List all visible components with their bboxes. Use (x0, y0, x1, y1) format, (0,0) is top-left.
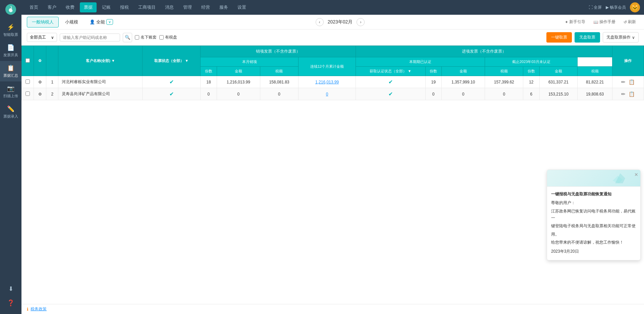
tab-small[interactable]: 小规模 (60, 17, 83, 27)
row-edit-btn-0[interactable]: ✏ (621, 79, 626, 85)
refresh-btn[interactable]: ↺ 刷新 (621, 18, 639, 26)
row-sales-12m-1: 0 (298, 88, 356, 100)
check-taxdisk[interactable] (159, 35, 164, 40)
nav-service[interactable]: 服务 (215, 2, 232, 12)
row-edit-btn-1[interactable]: ✏ (621, 91, 626, 97)
row-sales-amount-0: 1,216,013.99 (217, 76, 260, 88)
row-purchase-unrecog-amount-1: 153,215.10 (539, 88, 578, 100)
nav-management[interactable]: 管理 (179, 2, 196, 12)
nav-tax[interactable]: 报税 (116, 2, 133, 12)
nav-payment[interactable]: 收费 (62, 2, 78, 12)
employee-label: 全部员工 (30, 35, 46, 40)
sidebar-download[interactable]: ⬇ (0, 282, 21, 296)
row-detail-btn-0[interactable]: 📋 (629, 79, 635, 85)
sidebar: ⚡ 智能取票 📄 发票开具 📋 票据汇总 📷 扫描上传 ✏️ 票据录入 ⬇ ❓ (0, 0, 21, 314)
table-row: ⚙ 1 河北柯睿栎实业有限公司 ✔ 18 1,216,013.99 158,08… (22, 76, 644, 88)
row-settings-1: ⚙ (38, 92, 42, 97)
select-all-checkbox[interactable] (25, 58, 30, 63)
row-fetch-status-1: ✔ (143, 88, 201, 100)
notification-popup: ✕ 一键报税与无盘取票功能恢复通知 尊敬的用户： 江苏政务网已恢复访问电子税务局… (547, 170, 641, 260)
purchase-group-header: 进项发票（不含作废票） (356, 46, 612, 57)
sales-count-header: 份数 (201, 67, 217, 76)
nav-message[interactable]: 消息 (161, 2, 178, 12)
filter-right-actions: 一键取票 无盘取票 无盘取票操作 ∨ (546, 32, 639, 43)
row-sales-count-1: 0 (201, 88, 217, 100)
invoice-summary-icon: 📋 (7, 64, 14, 72)
customer-search-input[interactable] (60, 34, 120, 42)
nav-invoice[interactable]: 票据 (80, 2, 97, 12)
no-disk-ops-btn[interactable]: 无盘取票操作 ∨ (603, 32, 639, 43)
nav-operation[interactable]: 经营 (197, 2, 214, 12)
nav-settings[interactable]: 设置 (233, 2, 250, 12)
row-purchase-unrecog-tax-1: 19,808.63 (578, 88, 612, 100)
notification-header: ✕ (547, 170, 640, 187)
next-month-btn[interactable]: › (357, 18, 365, 26)
row-index-0: 1 (46, 76, 58, 88)
sidebar-help[interactable]: ❓ (0, 296, 21, 310)
row-sales-tax-0: 158,081.83 (260, 76, 299, 88)
sidebar-item-smart-fetch[interactable]: ⚡ 智能取票 (0, 20, 21, 41)
search-button[interactable]: 🔍 (123, 33, 132, 42)
row-checkbox-1[interactable] (25, 91, 30, 96)
avatar[interactable]: 🐱 (630, 2, 640, 12)
row-customer-1: 灵寿县尚泽矿产品有限公司 (58, 88, 143, 100)
row-purchase-recog-count-0: 19 (425, 76, 441, 88)
row-checkbox-0[interactable] (25, 79, 30, 84)
no-disk-fetch-btn[interactable]: 无盘取票 (575, 32, 600, 43)
fullscreen-btn[interactable]: ⛶ 全屏 (589, 5, 602, 10)
check-account[interactable] (135, 35, 139, 40)
nav-right: ⛶ 全屏 ▶ 畅享会员 🐱 (589, 2, 640, 12)
sidebar-item-data-entry[interactable]: ✏️ 票据录入 (0, 102, 21, 122)
purchase-recog-count-header: 份数 (425, 67, 441, 76)
notification-date: 2023年3月20日 (551, 248, 636, 255)
tab-more-btn[interactable]: ∨ (106, 19, 113, 25)
col-fetch-status-header: 取票状态（全部） ▼ (143, 46, 201, 76)
sidebar-item-invoice-summary[interactable]: 📋 票据汇总 (0, 61, 21, 81)
sidebar-item-invoice-open[interactable]: 📄 发票开具 (0, 41, 21, 61)
sidebar-item-scan-upload[interactable]: 📷 扫描上传 (0, 81, 21, 102)
settings-icon: ⚙ (38, 59, 42, 63)
check-taxdisk-label[interactable]: 有税盘 (159, 35, 177, 40)
ops-dropdown-icon: ∨ (632, 35, 635, 40)
employee-select[interactable]: 全部员工 ∨ (27, 33, 57, 42)
nav-business[interactable]: 工商项目 (134, 2, 160, 12)
manual-btn[interactable]: 📖 操作手册 (591, 18, 618, 26)
row-purchase-recog-tax-0: 157,399.62 (485, 76, 523, 88)
unrecognized-header: 截止2023年03月未认证 (485, 57, 578, 67)
sales-amount-header: 金额 (217, 67, 260, 76)
purchase-recog-amount-header: 金额 (441, 67, 485, 76)
sales-group-header: 销项发票（不含作废票） (201, 46, 356, 57)
row-customer-0: 河北柯睿栎实业有限公司 (58, 76, 143, 88)
notification-close-btn[interactable]: ✕ (634, 172, 638, 177)
policy-link[interactable]: 税务政策 (31, 306, 47, 312)
12month-header: 连续12个月累计金额 (298, 57, 356, 76)
nav-home[interactable]: 首页 (25, 2, 42, 12)
bottom-bar: ℹ 税务政策 (21, 304, 644, 314)
new-guide-btn[interactable]: ✦ 新手引导 (562, 18, 588, 26)
policy-icon: ℹ (27, 307, 29, 312)
row-auth-status-0: ✔ (356, 76, 425, 88)
row-detail-btn-1[interactable]: 📋 (629, 91, 635, 97)
nav-bookkeeping[interactable]: 记账 (98, 2, 115, 12)
notification-body2: 键登陆电子税务局与无盘取票相关功能可正常使 (551, 223, 636, 229)
row-purchase-recog-amount-1: 0 (441, 88, 485, 100)
notification-body3: 用。 (551, 231, 636, 238)
row-action-1: ✏ 📋 (612, 88, 644, 100)
notification-greeting: 尊敬的用户： (551, 199, 636, 206)
member-icon: ▶ (606, 5, 609, 10)
main-area: 首页 客户 收费 票据 记账 报税 工商项目 消息 管理 经营 服务 设置 ⛶ … (21, 0, 644, 314)
row-purchase-recog-amount-0: 1,357,999.10 (441, 76, 485, 88)
check-account-label[interactable]: 名下账套 (135, 35, 157, 40)
one-click-fetch-btn[interactable]: 一键取票 (546, 32, 572, 43)
prev-month-btn[interactable]: ‹ (316, 18, 324, 26)
tab-general[interactable]: 一般纳税人 (27, 17, 59, 27)
table-body: ⚙ 1 河北柯睿栎实业有限公司 ✔ 18 1,216,013.99 158,08… (22, 76, 644, 100)
tab-all[interactable]: 👤 全能 ∨ (85, 17, 118, 27)
notification-title: 一键报税与无盘取票功能恢复通知 (551, 191, 636, 197)
data-entry-icon: ✏️ (7, 105, 14, 113)
member-btn[interactable]: ▶ 畅享会员 (606, 5, 626, 10)
help-icon: ❓ (7, 299, 14, 307)
nav-customer[interactable]: 客户 (44, 2, 60, 12)
row-sales-tax-1: 0 (260, 88, 299, 100)
app-logo (4, 3, 17, 16)
